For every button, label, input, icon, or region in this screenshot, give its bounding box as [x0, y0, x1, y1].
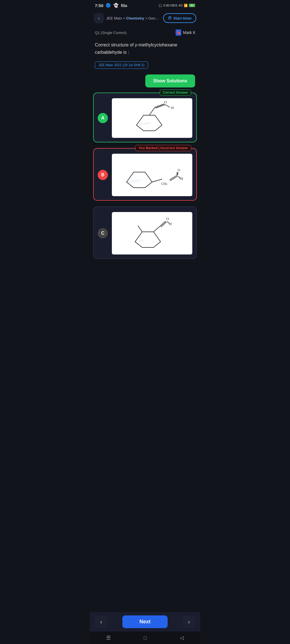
system-nav-bar: ☰ □ ◁: [90, 632, 200, 644]
header: ‹ JEE Main > Chemistry > General Organi …: [90, 10, 200, 27]
svg-line-21: [153, 226, 160, 232]
svg-line-20: [138, 226, 142, 232]
option-c-letter: C: [98, 228, 108, 238]
status-left: 7:50 🔵 👻 filo: [95, 3, 127, 8]
headphone-icon: 🎧: [158, 4, 162, 7]
svg-text:H: H: [180, 176, 183, 181]
option-a-card[interactable]: Correct Answer A O H: [93, 93, 197, 142]
svg-text:MARKS: MARKS: [139, 121, 151, 127]
svg-line-9: [152, 179, 162, 182]
option-b-letter: B: [98, 170, 108, 180]
svg-text:H: H: [171, 106, 174, 110]
prev-button[interactable]: ‹: [95, 616, 107, 628]
timer-icon: ⏱: [168, 16, 172, 20]
svg-text:O: O: [164, 101, 167, 104]
options-area: Correct Answer A O H: [90, 93, 200, 259]
breadcrumb: JEE Main > Chemistry > General Organi: [106, 16, 161, 20]
home-icon: □: [144, 635, 147, 641]
status-bar: 7:50 🔵 👻 filo 🎧 0.00 KB/S 4G 📶 51: [90, 0, 200, 10]
network-speed: 0.00 KB/S: [163, 4, 178, 7]
svg-text:CH₂: CH₂: [161, 182, 167, 186]
option-b-card[interactable]: You Marked | Incorrect Answer B CH₂ O: [93, 148, 197, 201]
svg-text:H: H: [169, 222, 172, 226]
option-c-image: O H RE: [112, 212, 192, 254]
question-text: Correct structure of γ-methylcyclohexane…: [90, 37, 200, 59]
svg-text:MARKS: MARKS: [129, 179, 141, 184]
molecule-b-svg: CH₂ O H MARKS: [118, 157, 186, 193]
option-a-letter: A: [98, 113, 108, 123]
svg-line-1: [149, 107, 155, 115]
time: 7:50: [95, 3, 103, 8]
svg-line-12: [170, 176, 178, 181]
network-type: 4G: [178, 4, 183, 7]
forward-button[interactable]: ›: [183, 616, 195, 628]
question-meta: Q1 (Single Correct) 🔖 Mark It: [90, 27, 200, 37]
molecule-c-svg: O H RE: [124, 215, 180, 252]
svg-text:O: O: [166, 217, 169, 221]
svg-line-26: [167, 221, 169, 223]
svg-marker-19: [135, 232, 161, 247]
option-c-card[interactable]: C O H: [93, 206, 197, 259]
mark-it-button[interactable]: 🔖 Mark It: [176, 29, 195, 36]
signal-icon: 📶: [184, 4, 188, 7]
svg-text:O: O: [178, 168, 180, 172]
question-type: Q1 (Single Correct): [95, 31, 127, 35]
tag-area: JEE Main 2022 (29 Jul Shift 2): [90, 59, 200, 73]
incorrect-answer-badge: You Marked | Incorrect Answer: [135, 145, 191, 151]
ghost-icon: 👻: [113, 3, 119, 8]
status-right: 🎧 0.00 KB/S 4G 📶 51: [158, 4, 195, 7]
app-name: filo: [121, 3, 127, 8]
svg-line-11: [170, 175, 178, 180]
show-solutions-button[interactable]: Show Solutions: [145, 74, 195, 87]
app-icon: 🔵: [106, 3, 111, 8]
svg-line-17: [178, 176, 180, 179]
back-icon: ◁: [180, 635, 184, 641]
molecule-a-svg: O H MARKS: [122, 101, 182, 135]
bookmark-icon: 🔖: [176, 29, 181, 36]
option-a-image: O H MARKS: [112, 98, 192, 138]
next-button[interactable]: Next: [122, 615, 167, 628]
start-timer-button[interactable]: ⏱ Start timer: [163, 13, 196, 23]
back-button[interactable]: ‹: [94, 13, 104, 23]
svg-line-6: [165, 104, 170, 107]
correct-answer-badge: Correct Answer: [160, 89, 191, 96]
question-tag: JEE Main 2022 (29 Jul Shift 2): [95, 61, 148, 69]
battery-indicator: 51: [189, 4, 195, 7]
svg-text:RE: RE: [139, 239, 144, 243]
menu-icon: ☰: [106, 635, 111, 641]
option-b-image: CH₂ O H MARKS: [112, 154, 192, 196]
bottom-nav: ‹ Next ›: [90, 612, 200, 632]
